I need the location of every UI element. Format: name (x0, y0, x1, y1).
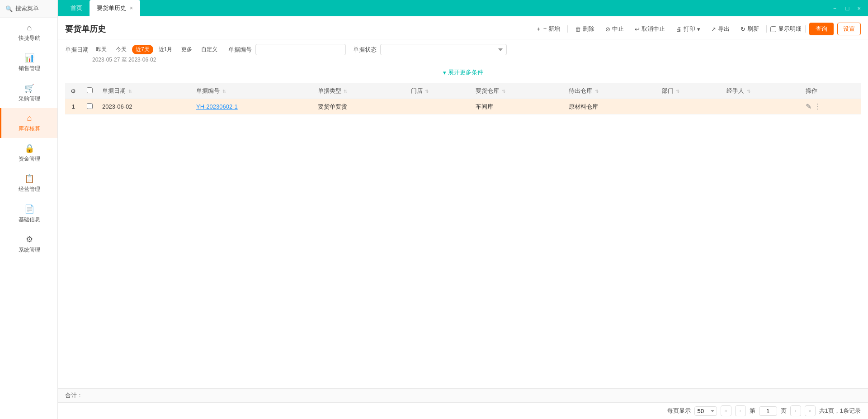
sidebar-item-label: 采购管理 (19, 95, 40, 103)
new-button[interactable]: ＋ + 新增 (532, 23, 564, 35)
sort-type-icon[interactable]: ⇅ (344, 89, 347, 94)
settings-button[interactable]: 设置 (837, 23, 861, 35)
sidebar: 🔍 搜索菜单 ⌂ 快捷导航 📊 销售管理 🛒 采购管理 ⌂ 库存核算 🔒 资金管… (0, 0, 58, 419)
sort-req-warehouse-icon[interactable]: ⇅ (502, 89, 505, 94)
sidebar-item-label: 资金管理 (19, 155, 40, 163)
tab-requisition-history[interactable]: 要货单历史 × (90, 0, 140, 16)
export-button[interactable]: ↗ 导出 (708, 23, 733, 35)
table-row[interactable]: 1 2023-06-02 YH-20230602-1 要货单要货 车间库 (65, 99, 861, 114)
expand-label: 展开更多条件 (448, 68, 483, 76)
date-btn-today[interactable]: 今天 (112, 45, 130, 54)
order-no-input[interactable] (255, 44, 346, 55)
expand-more-btn[interactable]: ▾ 展开更多条件 (441, 67, 485, 78)
pagination-bar: 每页显示 20 50 100 « ‹ 第 页 › » 共1页，1条记录 (58, 402, 868, 419)
date-quick-btns: 昨天 今天 近7天 近1月 更多 自定义 (92, 45, 221, 54)
operations-icon: 📋 (24, 174, 34, 184)
filter-status: 单据状态 (353, 44, 507, 55)
tab-close-icon[interactable]: × (130, 5, 133, 11)
settings-label: 设置 (843, 25, 855, 33)
window-close-button[interactable]: × (855, 4, 863, 13)
total-info: 共1页，1条记录 (819, 407, 861, 415)
date-filter-label: 单据日期 (65, 46, 89, 54)
date-btn-custom[interactable]: 自定义 (198, 45, 221, 54)
row-more-icon[interactable]: ⋮ (814, 102, 821, 111)
sidebar-item-sales[interactable]: 📊 销售管理 (0, 48, 57, 78)
table-header-row: ⚙ 单据日期 ⇅ 单据编号 ⇅ (65, 83, 861, 99)
sort-date-icon[interactable]: ⇅ (128, 89, 132, 94)
sort-store-icon[interactable]: ⇅ (425, 89, 429, 94)
export-icon: ↗ (711, 26, 716, 33)
sidebar-item-system[interactable]: ⚙ 系统管理 (0, 229, 57, 259)
sidebar-item-purchase[interactable]: 🛒 采购管理 (0, 78, 57, 108)
settings-col-icon[interactable]: ⚙ (71, 88, 76, 95)
sidebar-search[interactable]: 🔍 搜索菜单 (0, 0, 57, 18)
sort-order-no-icon[interactable]: ⇅ (222, 89, 226, 94)
cancel-stop-button[interactable]: ↩ 取消中止 (631, 23, 669, 35)
last-page-button[interactable]: » (805, 405, 816, 416)
table-footer: 合计： (58, 388, 868, 402)
topbar: 首页 要货单历史 × － □ × (58, 0, 868, 16)
maximize-button[interactable]: □ (844, 4, 851, 13)
prev-page-button[interactable]: ‹ (735, 405, 746, 416)
select-all-checkbox[interactable] (87, 87, 93, 93)
sidebar-item-label: 库存核算 (19, 125, 40, 133)
filter-order-no: 单据编号 (228, 44, 346, 55)
row-store (406, 99, 471, 114)
show-detail-checkbox-wrap[interactable]: 显示明细 (770, 25, 802, 33)
col-checkbox (81, 83, 98, 99)
sidebar-item-basic-info[interactable]: 📄 基础信息 (0, 199, 57, 229)
home-icon: ⌂ (27, 23, 32, 33)
delete-icon: 🗑 (575, 26, 581, 33)
date-btn-last7days[interactable]: 近7天 (132, 45, 153, 54)
row-edit-icon[interactable]: ✎ (806, 102, 811, 111)
row-settings: 1 (65, 99, 81, 114)
row-checkbox[interactable] (87, 103, 93, 109)
sort-handler-icon[interactable]: ⇅ (747, 89, 750, 94)
stop-icon: ⊘ (605, 26, 610, 33)
row-req-warehouse: 车间库 (471, 99, 564, 114)
delete-label: 删除 (583, 25, 594, 33)
stop-button[interactable]: ⊘ 中止 (602, 23, 627, 35)
col-header-date: 单据日期 ⇅ (98, 83, 192, 99)
sidebar-search-label: 搜索菜单 (15, 5, 39, 13)
per-page-select[interactable]: 20 50 100 (694, 406, 717, 416)
inventory-icon: ⌂ (27, 114, 32, 123)
data-table: ⚙ 单据日期 ⇅ 单据编号 ⇅ (65, 83, 861, 114)
order-no-link[interactable]: YH-20230602-1 (196, 103, 238, 110)
current-page-input[interactable] (759, 406, 777, 416)
row-handler (722, 99, 801, 114)
query-button[interactable]: 查询 (809, 23, 834, 35)
date-btn-last-month[interactable]: 近1月 (155, 45, 176, 54)
date-btn-more[interactable]: 更多 (178, 45, 196, 54)
status-select[interactable] (380, 44, 507, 55)
row-order-no: YH-20230602-1 (192, 99, 313, 114)
date-btn-yesterday[interactable]: 昨天 (92, 45, 110, 54)
sidebar-item-label: 快捷导航 (19, 34, 40, 42)
minimize-button[interactable]: － (830, 3, 840, 13)
date-range-display: 2023-05-27 至 2023-06-02 (92, 56, 861, 64)
sort-department-icon[interactable]: ⇅ (676, 89, 679, 94)
show-detail-checkbox[interactable] (770, 26, 776, 32)
sidebar-item-label: 销售管理 (19, 65, 40, 72)
sidebar-item-operations[interactable]: 📋 经营管理 (0, 168, 57, 199)
cart-icon: 🛒 (24, 83, 34, 93)
next-page-button[interactable]: › (790, 405, 801, 416)
print-button[interactable]: 🖨 打印 ▾ (672, 23, 704, 35)
tab-home[interactable]: 首页 (63, 0, 90, 16)
topbar-window-controls: － □ × (830, 3, 863, 13)
print-dropdown-icon: ▾ (697, 26, 700, 33)
first-page-button[interactable]: « (721, 405, 731, 416)
delete-button[interactable]: 🗑 删除 (571, 23, 598, 35)
filter-row-1: 单据日期 昨天 今天 近7天 近1月 更多 自定义 单据编号 (65, 44, 861, 55)
cancel-stop-icon: ↩ (635, 26, 640, 33)
sort-pending-warehouse-icon[interactable]: ⇅ (595, 89, 599, 94)
cancel-stop-label: 取消中止 (642, 25, 665, 33)
new-label: + 新增 (543, 25, 560, 33)
refresh-button[interactable]: ↻ 刷新 (737, 23, 763, 35)
col-header-store: 门店 ⇅ (406, 83, 471, 99)
gear-icon: ⚙ (26, 234, 33, 244)
sidebar-item-finance[interactable]: 🔒 资金管理 (0, 138, 57, 168)
sidebar-item-inventory[interactable]: ⌂ 库存核算 (0, 108, 57, 138)
sidebar-item-quick-nav[interactable]: ⌂ 快捷导航 (0, 18, 57, 48)
print-label: 打印 (684, 25, 695, 33)
